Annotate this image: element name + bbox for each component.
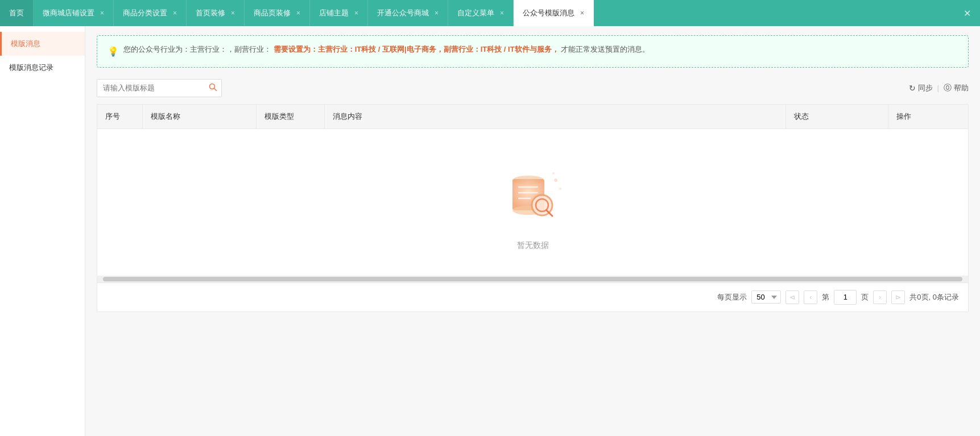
svg-line-1 — [214, 88, 217, 90]
th-seq: 序号 — [97, 105, 143, 128]
nav-tab-productpage-label: 商品页装修 — [254, 8, 291, 18]
notice-highlight: 需要设置为：主营行业：IT科技 / 互联网|电子商务，副营行业：IT科技 / I… — [274, 45, 559, 53]
nav-tab-home[interactable]: 首页 — [0, 0, 34, 26]
search-bar: ↻ 同步 | ⓪ 帮助 — [97, 79, 969, 97]
sync-button[interactable]: ↻ 同步 — [909, 83, 933, 93]
horizontal-scrollbar[interactable] — [97, 276, 968, 283]
svg-point-13 — [552, 172, 555, 175]
nav-tab-homepage-close[interactable]: × — [231, 9, 235, 17]
search-left — [97, 79, 222, 97]
nav-tab-openstore-label: 开通公众号商城 — [377, 8, 429, 18]
nav-tab-templatemsg-close[interactable]: × — [580, 9, 584, 17]
divider: | — [937, 84, 939, 92]
nav-tab-wshop-close[interactable]: × — [100, 9, 104, 17]
sidebar-item-template-msg-label: 模版消息 — [11, 39, 40, 48]
nav-tab-home-label: 首页 — [9, 8, 24, 18]
th-status: 状态 — [786, 105, 888, 128]
svg-point-12 — [559, 188, 561, 190]
prev-page-button[interactable]: ‹ — [804, 290, 817, 304]
empty-state: 暂无数据 — [97, 129, 968, 273]
th-content: 消息内容 — [325, 105, 786, 128]
help-label: 帮助 — [954, 83, 969, 93]
sidebar: 模版消息 模版消息记录 — [0, 26, 85, 436]
pagination: 每页显示 10 20 50 100 ⊲ ‹ 第 页 › ⊳ 共0页, 0条记录 — [97, 283, 968, 312]
nav-tab-wshop[interactable]: 微商城店铺设置 × — [34, 0, 114, 26]
page-size-select[interactable]: 10 20 50 100 — [751, 290, 781, 304]
nav-tab-theme[interactable]: 店铺主题 × — [310, 0, 368, 26]
table-header: 序号 模版名称 模版类型 消息内容 状态 操作 — [97, 105, 968, 129]
sync-icon: ↻ — [909, 84, 916, 93]
nav-tab-category-label: 商品分类设置 — [123, 8, 167, 18]
nav-tab-productpage[interactable]: 商品页装修 × — [245, 0, 310, 26]
nav-tab-theme-close[interactable]: × — [354, 9, 358, 17]
nav-tab-productpage-close[interactable]: × — [296, 9, 300, 17]
page-input[interactable] — [834, 290, 857, 305]
nav-tab-templatemsg[interactable]: 公众号模版消息 × — [514, 0, 594, 26]
sidebar-item-template-msg-record-label: 模版消息记录 — [9, 63, 53, 72]
sidebar-item-template-msg-record[interactable]: 模版消息记录 — [0, 56, 85, 80]
page-size-label: 每页显示 — [717, 292, 747, 302]
main-layout: 模版消息 模版消息记录 💡 您的公众号行业为：主营行业：，副营行业： 需要设置为… — [0, 26, 980, 436]
help-button[interactable]: ⓪ 帮助 — [944, 83, 969, 93]
page-suffix: 页 — [861, 292, 869, 302]
empty-illustration — [499, 163, 567, 231]
nav-tab-category[interactable]: 商品分类设置 × — [114, 0, 187, 26]
nav-tab-homepage-label: 首页装修 — [196, 8, 225, 18]
top-nav: 首页 微商城店铺设置 × 商品分类设置 × 首页装修 × 商品页装修 × 店铺主… — [0, 0, 980, 26]
content-area: 💡 您的公众号行业为：主营行业：，副营行业： 需要设置为：主营行业：IT科技 /… — [85, 26, 980, 436]
th-action: 操作 — [888, 105, 968, 128]
search-input[interactable] — [97, 79, 222, 97]
notice-text: 您的公众号行业为：主营行业：，副营行业： 需要设置为：主营行业：IT科技 / 互… — [123, 44, 650, 56]
nav-tab-custommenu-label: 自定义菜单 — [457, 8, 494, 18]
notice-suffix: 才能正常发送预置的消息。 — [561, 45, 650, 53]
close-all-tabs-button[interactable]: ✕ — [964, 8, 971, 19]
nav-tab-wshop-label: 微商城店铺设置 — [43, 8, 94, 18]
scrollbar-thumb[interactable] — [103, 277, 962, 281]
search-icon — [209, 83, 217, 92]
last-page-button[interactable]: ⊳ — [891, 290, 905, 304]
notice-icon: 💡 — [107, 44, 119, 59]
nav-tab-theme-label: 店铺主题 — [319, 8, 349, 18]
search-button[interactable] — [209, 83, 217, 93]
th-name: 模版名称 — [143, 105, 257, 128]
help-icon: ⓪ — [944, 83, 952, 93]
total-text: 共0页, 0条记录 — [909, 292, 959, 302]
nav-tab-custommenu[interactable]: 自定义菜单 × — [448, 0, 514, 26]
search-right: ↻ 同步 | ⓪ 帮助 — [909, 83, 969, 93]
notice-prefix: 您的公众号行业为：主营行业：，副营行业： — [123, 45, 271, 53]
nav-tab-templatemsg-label: 公众号模版消息 — [523, 8, 574, 18]
search-input-wrap — [97, 79, 222, 97]
nav-tab-custommenu-close[interactable]: × — [500, 9, 504, 17]
nav-tab-category-close[interactable]: × — [173, 9, 177, 17]
sync-label: 同步 — [918, 83, 933, 93]
th-type: 模版类型 — [257, 105, 325, 128]
nav-tab-openstore[interactable]: 开通公众号商城 × — [368, 0, 448, 26]
next-page-button[interactable]: › — [873, 290, 887, 304]
empty-text: 暂无数据 — [517, 240, 549, 251]
notice-banner: 💡 您的公众号行业为：主营行业：，副营行业： 需要设置为：主营行业：IT科技 /… — [97, 35, 969, 68]
nav-tab-openstore-close[interactable]: × — [435, 9, 439, 17]
svg-point-11 — [554, 178, 557, 182]
page-label: 第 — [822, 292, 829, 302]
data-table: 序号 模版名称 模版类型 消息内容 状态 操作 — [97, 104, 969, 312]
sidebar-item-template-msg[interactable]: 模版消息 — [0, 32, 85, 56]
first-page-button[interactable]: ⊲ — [785, 290, 799, 304]
nav-tab-homepage[interactable]: 首页装修 × — [187, 0, 245, 26]
